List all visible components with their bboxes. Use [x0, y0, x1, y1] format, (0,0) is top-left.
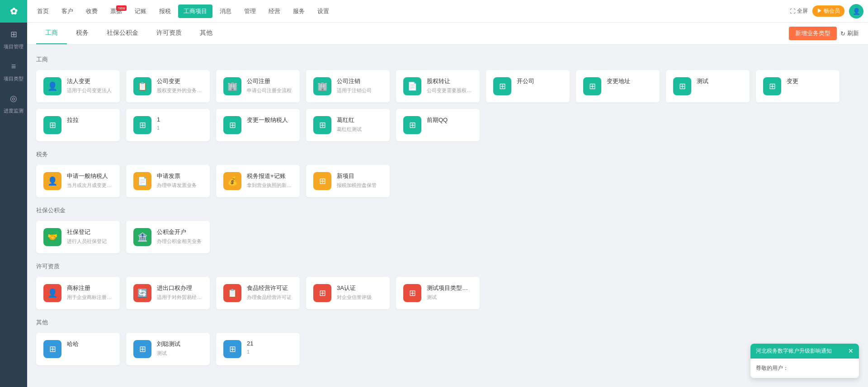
card-info-import-export: 进出口权办理 适用于对外贸易经营者 — [157, 284, 203, 301]
card-test[interactable]: ⊞ 测试 — [666, 70, 750, 103]
card-info-open-company: 开公司 — [517, 77, 562, 87]
nav-accounting[interactable]: 记账 — [129, 5, 152, 18]
card-info-apply-invoice: 申请发票 办理申请发票业务 — [157, 172, 203, 189]
tab-license[interactable]: 许可资质 — [147, 23, 191, 44]
nav-industry[interactable]: 工商项目 — [178, 5, 212, 18]
card-3a-cert[interactable]: ⊞ 3A认证 对企业信誉评级 — [306, 277, 390, 309]
avatar-icon: 👤 — [853, 8, 860, 15]
nav-settings[interactable]: 设置 — [312, 5, 335, 18]
cards-grid-tax: 👤 申请一般纳税人 当月或次月成变更完成 📄 申请发票 办理申请发票业务 💰 — [36, 165, 859, 197]
card-info-tax-report: 税务报道+记账 拿到营业执照的新公司 — [247, 172, 292, 189]
card-icon-food-license: 📋 — [223, 284, 241, 302]
card-apply-invoice[interactable]: 📄 申请发票 办理申请发票业务 — [126, 165, 210, 197]
tab-industry[interactable]: 工商 — [36, 23, 67, 44]
card-tax-report[interactable]: 💰 税务报道+记账 拿到营业执照的新公司 — [216, 165, 300, 197]
nav-tax[interactable]: 报税 — [154, 5, 176, 18]
card-icon-tax-report: 💰 — [223, 172, 241, 190]
card-info-test-type: 测试项目类型目定义 测试 — [427, 284, 472, 301]
card-icon-equity-transfer: 📄 — [403, 77, 421, 95]
card-info-3a-cert: 3A认证 对企业信誉评级 — [337, 284, 382, 301]
card-change-taxpayer[interactable]: ⊞ 变更一般纳税人 — [216, 109, 300, 141]
scroll-content: 工商 👤 法人变更 适用于公司变更法人 📋 公司变更 股权变更外的业务变更 — [27, 45, 868, 387]
card-food-license[interactable]: 📋 食品经营许可证 办理食品经营许可证 — [216, 277, 300, 309]
card-item-1[interactable]: ⊞ 1 1 — [126, 109, 210, 141]
fullscreen-btn[interactable]: ⛶ 全屏 — [790, 7, 808, 15]
sidebar-item-project-mgmt[interactable]: ⊞ 项目管理 — [0, 23, 27, 55]
card-open-company[interactable]: ⊞ 开公司 — [486, 70, 570, 103]
nav-tickets[interactable]: 票据 new — [105, 5, 127, 18]
notification-header: 河北税务数字账户升级影响通知 ✕ — [750, 344, 859, 359]
notification-close[interactable]: ✕ — [848, 347, 854, 354]
nav-manage[interactable]: 管理 — [239, 5, 261, 18]
section-other-title: 其他 — [36, 318, 859, 326]
nav-operations[interactable]: 经营 — [263, 5, 286, 18]
card-info-change-taxpayer: 变更一般纳税人 — [247, 116, 292, 126]
card-company-cancel[interactable]: 🏢 公司注销 适用于注销公司 — [306, 70, 390, 103]
fullscreen-icon: ⛶ — [790, 8, 795, 14]
card-icon-new-project: ⊞ — [313, 172, 331, 190]
card-info-trademark: 商标注册 用于企业商标注册服务 — [67, 284, 113, 301]
section-social-title: 社保公积金 — [36, 206, 859, 214]
main-wrapper: 首页 客户 收费 票据 new 记账 报税 工商项目 消息 管理 经营 服务 设… — [27, 0, 868, 387]
card-icon-apply-taxpayer: 👤 — [43, 172, 61, 190]
card-import-export[interactable]: 🔄 进出口权办理 适用于对外贸易经营者 — [126, 277, 210, 309]
card-info-fund-account: 公积金开户 办理公积金相关业务 — [157, 228, 203, 245]
card-icon-company-cancel: 🏢 — [313, 77, 331, 95]
nav-billing[interactable]: 收费 — [80, 5, 103, 18]
card-change[interactable]: ⊞ 变更 — [756, 70, 840, 103]
refresh-icon: ↻ — [840, 30, 845, 37]
card-social-register[interactable]: 🤝 社保登记 进行人员社保登记 — [36, 221, 120, 253]
card-new-project[interactable]: ⊞ 新项目 报税加税控盘保管 — [306, 165, 390, 197]
card-haha[interactable]: ⊞ 哈哈 — [36, 333, 120, 365]
card-info-haha: 哈哈 — [67, 340, 113, 350]
page-content: 工商 税务 社保公积金 许可资质 其他 新增业务类型 ↻ 刷新 工商 👤 — [27, 23, 868, 387]
card-icon-legal-change: 👤 — [43, 77, 61, 95]
tab-other[interactable]: 其他 — [191, 23, 222, 44]
top-nav: 首页 客户 收费 票据 new 记账 报税 工商项目 消息 管理 经营 服务 设… — [27, 0, 868, 23]
cards-grid-license: 👤 商标注册 用于企业商标注册服务 🔄 进出口权办理 适用于对外贸易经营者 📋 — [36, 277, 859, 309]
card-apply-taxpayer[interactable]: 👤 申请一般纳税人 当月或次月成变更完成 — [36, 165, 120, 197]
card-company-register[interactable]: 🏢 公司注册 申请公司注册全流程 — [216, 70, 300, 103]
card-21[interactable]: ⊞ 21 1 — [216, 333, 300, 365]
card-company-change[interactable]: 📋 公司变更 股权变更外的业务变更 — [126, 70, 210, 103]
card-fund-account[interactable]: 🏦 公积金开户 办理公积金相关业务 — [126, 221, 210, 253]
nav-client[interactable]: 客户 — [56, 5, 79, 18]
tab-tax[interactable]: 税务 — [67, 23, 98, 44]
refresh-button[interactable]: ↻ 刷新 — [840, 29, 859, 37]
card-liu-cong[interactable]: ⊞ 刘聪测试 测试 — [126, 333, 210, 365]
new-type-button[interactable]: 新增业务类型 — [789, 27, 837, 40]
card-pre-qq[interactable]: ⊞ 前期QQ — [396, 109, 480, 141]
cards-grid-other: ⊞ 哈哈 ⊞ 刘聪测试 测试 ⊞ 21 — [36, 333, 859, 365]
sidebar-item-progress[interactable]: ◎ 进度监测 — [0, 87, 27, 119]
card-info-pre-qq: 前期QQ — [427, 116, 472, 126]
card-icon-change-address: ⊞ — [583, 77, 601, 95]
fullscreen-label: 全屏 — [797, 7, 808, 15]
card-change-address[interactable]: ⊞ 变更地址 — [576, 70, 660, 103]
avatar[interactable]: 👤 — [849, 4, 863, 19]
card-ge-hong-hong[interactable]: ⊞ 葛红红 葛红红测试 — [306, 109, 390, 141]
nav-service[interactable]: 服务 — [288, 5, 310, 18]
tab-social[interactable]: 社保公积金 — [98, 23, 147, 44]
card-equity-transfer[interactable]: 📄 股权转让 公司变更需要股权转让 — [396, 70, 480, 103]
nav-home[interactable]: 首页 — [32, 5, 54, 18]
logo: ✿ — [0, 0, 27, 23]
card-icon-change-taxpayer: ⊞ — [223, 116, 241, 134]
card-info-legal-change: 法人变更 适用于公司变更法人 — [67, 77, 113, 94]
card-legal-change[interactable]: 👤 法人变更 适用于公司变更法人 — [36, 70, 120, 103]
card-info-food-license: 食品经营许可证 办理食品经营许可证 — [247, 284, 292, 301]
card-icon-haha: ⊞ — [43, 340, 61, 358]
card-trademark[interactable]: 👤 商标注册 用于企业商标注册服务 — [36, 277, 120, 309]
vip-button[interactable]: ▶ 畅会员 — [812, 5, 844, 17]
section-license-title: 许可资质 — [36, 262, 859, 270]
nav-messages[interactable]: 消息 — [214, 5, 237, 18]
card-icon-ge-hong-hong: ⊞ — [313, 116, 331, 134]
card-test-type[interactable]: ⊞ 测试项目类型目定义 测试 — [396, 277, 480, 309]
card-icon-open-company: ⊞ — [493, 77, 511, 95]
card-lala[interactable]: ⊞ 拉拉 — [36, 109, 120, 141]
card-info-liu-cong: 刘聪测试 测试 — [157, 340, 203, 357]
sidebar-item-label: 项目类型 — [4, 75, 24, 82]
sidebar-item-project-type[interactable]: ≡ 项目类型 — [0, 55, 27, 87]
card-icon-change: ⊞ — [763, 77, 781, 95]
sidebar: ✿ ⊞ 项目管理 ≡ 项目类型 ◎ 进度监测 — [0, 0, 27, 387]
card-info-company-cancel: 公司注销 适用于注销公司 — [337, 77, 382, 94]
